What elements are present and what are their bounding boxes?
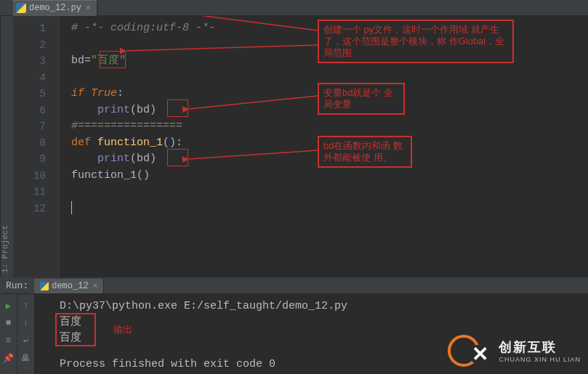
code-text: bd	[71, 54, 84, 67]
close-icon[interactable]: ×	[86, 4, 91, 12]
run-header: Run: demo_12 ×	[0, 278, 588, 294]
annotation-box: 变量bd就是个 全局变量	[318, 83, 405, 115]
code-text: function_1	[71, 169, 137, 182]
layout-button[interactable]: ≡	[1, 333, 15, 348]
file-tab-label: demo_12.py	[29, 3, 81, 13]
up-button[interactable]: ↑	[18, 298, 33, 313]
text-caret	[71, 201, 72, 214]
wrap-button[interactable]: ↩	[18, 333, 33, 348]
annotation-label: 输出	[113, 322, 132, 338]
watermark-en: CHUANG XIN HU LIAN	[499, 356, 581, 363]
annotation-box: 创建一个 py文件，这时一个作用域 就产生了，这个范围是整个模块，称 作Glob…	[318, 20, 514, 63]
code-text: function_1	[97, 137, 163, 149]
file-tab[interactable]: demo_12.py ×	[13, 0, 97, 16]
code-text: def	[71, 137, 97, 149]
watermark-logo: 创新互联 CHUANG XIN HU LIAN	[448, 335, 581, 367]
annotation-box: bd在函数内和函 数外都能被使 用。	[318, 136, 412, 168]
line-number: 3	[13, 53, 59, 70]
code-editor: 1 2 3 4 5 6 7 8 9 10 11 12 # -*- coding:…	[13, 16, 588, 277]
console-line: D:\py37\python.exe E:/self_taught/demo_1…	[60, 298, 579, 314]
project-tool-handle[interactable]: 1: Project	[0, 16, 13, 277]
code-text: True	[91, 87, 117, 99]
line-number: 7	[13, 118, 59, 135]
line-number: 5	[13, 86, 59, 102]
logo-icon	[448, 335, 480, 367]
watermark-zh: 创新互联	[499, 338, 581, 356]
code-text: # -*- coding:utf-8 -*-	[71, 22, 215, 34]
line-number: 11	[13, 184, 59, 200]
line-number: 4	[13, 70, 59, 86]
line-number: 10	[13, 168, 59, 184]
editor-tabbar: demo_12.py ×	[0, 0, 588, 16]
run-tab[interactable]: demo_12 ×	[34, 279, 104, 293]
code-text: print	[97, 104, 130, 116]
line-number: 9	[13, 151, 59, 168]
python-icon	[16, 3, 26, 13]
line-number: 6	[13, 102, 59, 119]
console-line: 百度	[60, 314, 579, 330]
code-text: "百度"	[91, 54, 126, 67]
code-text: :	[117, 87, 124, 99]
code-area[interactable]: # -*- coding:utf-8 -*- bd="百度" if True: …	[60, 16, 588, 277]
line-gutter: 1 2 3 4 5 6 7 8 9 10 11 12	[13, 16, 60, 277]
stop-button[interactable]: ■	[1, 316, 15, 330]
line-number: 12	[13, 200, 59, 217]
rerun-button[interactable]: ▶	[1, 298, 15, 313]
close-icon[interactable]: ×	[93, 282, 98, 290]
line-number: 1	[13, 20, 59, 37]
line-number: 8	[13, 135, 59, 152]
line-number: 2	[13, 37, 59, 54]
print-button[interactable]: 🖶	[18, 351, 33, 365]
down-button[interactable]: ↓	[18, 316, 33, 330]
python-icon	[40, 282, 49, 290]
run-toolbar: ▶ ■ ≡ 📌 ↑ ↓ ↩ 🖶	[0, 294, 35, 374]
code-text: print	[97, 153, 130, 165]
code-text: #================	[71, 120, 182, 132]
run-label: Run:	[6, 280, 28, 291]
run-tab-label: demo_12	[52, 281, 88, 291]
pin-button[interactable]: 📌	[1, 351, 15, 365]
code-text: if	[71, 87, 91, 99]
